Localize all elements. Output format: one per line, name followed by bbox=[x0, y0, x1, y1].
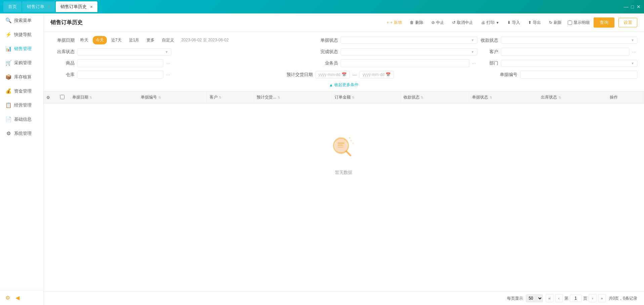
sidebar-item-base-info[interactable]: 📄 基础信息 bbox=[0, 112, 43, 126]
next-page-btn[interactable]: › bbox=[589, 294, 597, 302]
page-size-select[interactable]: 50 20 100 bbox=[526, 294, 543, 302]
th-date[interactable]: 单据日期 ⇅ bbox=[69, 91, 138, 104]
tab-home-label: 首页 bbox=[8, 4, 17, 10]
th-date-label: 单据日期 bbox=[72, 95, 88, 100]
goods-input[interactable] bbox=[77, 59, 163, 67]
bill-no-col: 单据编号 bbox=[497, 71, 637, 79]
tab-sales-order[interactable]: 销售订单 ✕ bbox=[22, 1, 55, 12]
sort-customer-icon: ⇅ bbox=[219, 96, 221, 99]
sidebar-item-system[interactable]: ⚙ 系统管理 bbox=[0, 126, 43, 141]
salesman-col: 业务员 ··· bbox=[317, 59, 477, 67]
date-1month-btn[interactable]: 近1月 bbox=[126, 36, 142, 44]
stop-label: 中止 bbox=[436, 20, 444, 26]
payment-status-select[interactable]: ▼ bbox=[501, 37, 637, 44]
customer-dots-btn[interactable]: ··· bbox=[631, 48, 637, 56]
calendar-start-icon[interactable]: 📅 bbox=[342, 72, 347, 77]
th-bill-status[interactable]: 单据状态 ⇅ bbox=[469, 91, 538, 104]
prev-page-btn[interactable]: ‹ bbox=[555, 294, 563, 302]
base-info-icon: 📄 bbox=[5, 116, 11, 122]
query-button[interactable]: 查询 bbox=[594, 17, 614, 28]
new-button[interactable]: + + 新增 bbox=[385, 18, 404, 27]
select-all-checkbox[interactable] bbox=[60, 95, 65, 99]
dept-select[interactable]: ▼ bbox=[501, 60, 637, 67]
print-button[interactable]: 🖨 打印 ▼ bbox=[479, 18, 501, 27]
bill-no-label: 单据编号 bbox=[497, 72, 520, 78]
sidebar-item-inventory[interactable]: 📦 库存核算 bbox=[0, 70, 43, 84]
date-filter-options: 昨天 今天 近7天 近1月 更多 自定义 2023-06-02 至 2023-0… bbox=[77, 36, 317, 44]
finance-icon: 💰 bbox=[5, 88, 11, 94]
expected-date-start-input[interactable]: yyyy-mm-dd 📅 bbox=[315, 71, 350, 78]
sidebar-item-operations[interactable]: 📋 经营管理 bbox=[0, 98, 43, 112]
collapse-btn[interactable]: ▲ 收起更多条件 bbox=[50, 82, 637, 90]
tab-sales-history-close[interactable]: ✕ bbox=[90, 5, 93, 9]
salesman-input[interactable] bbox=[341, 59, 469, 67]
th-out-status[interactable]: 出库状态 ⇅ bbox=[538, 91, 607, 104]
page-header: 销售订单历史 + + 新增 🗑 删除 ⊘ 中止 ↺ 取消中止 bbox=[44, 13, 644, 32]
maximize-btn[interactable]: □ bbox=[631, 4, 634, 9]
sort-payment-icon: ⇅ bbox=[421, 96, 423, 99]
stop-button[interactable]: ⊘ 中止 bbox=[429, 18, 446, 27]
date-custom-btn[interactable]: 自定义 bbox=[159, 36, 177, 44]
sidebar-bottom: ⚙ ◀ bbox=[0, 290, 43, 305]
refresh-button[interactable]: ↻ 刷新 bbox=[547, 18, 564, 27]
last-page-btn[interactable]: » bbox=[598, 294, 606, 302]
display-detail-input[interactable] bbox=[568, 21, 572, 25]
total-records-text: 共0页，0条记录 bbox=[609, 296, 637, 301]
date-today-btn[interactable]: 今天 bbox=[93, 36, 107, 44]
date-more-btn[interactable]: 更多 bbox=[143, 36, 158, 44]
th-expected-date[interactable]: 预计交货... ⇅ bbox=[254, 91, 332, 104]
collapse-sidebar-icon[interactable]: ◀ bbox=[15, 295, 19, 301]
table-wrap: ⚙ 单据日期 ⇅ 单据编号 ⇅ 客户 bbox=[44, 91, 644, 291]
expected-date-end-input[interactable]: yyyy-mm-dd 📅 bbox=[359, 71, 394, 78]
calendar-end-icon[interactable]: 📅 bbox=[386, 72, 391, 77]
sidebar-item-sales[interactable]: 📊 销售管理 bbox=[0, 42, 43, 56]
first-page-btn[interactable]: « bbox=[546, 294, 554, 302]
warehouse-input[interactable] bbox=[77, 71, 163, 79]
empty-icon bbox=[327, 130, 360, 164]
export-button[interactable]: ⬆ 导出 bbox=[526, 18, 543, 27]
export-label: 导出 bbox=[533, 20, 541, 26]
sidebar-label-sales: 销售管理 bbox=[14, 46, 32, 52]
minimize-btn[interactable]: — bbox=[624, 4, 629, 9]
tab-home[interactable]: 首页 bbox=[3, 1, 22, 12]
cancel-stop-icon: ↺ bbox=[452, 20, 456, 25]
sort-out-icon: ⇅ bbox=[558, 96, 561, 99]
sidebar-item-search-menu[interactable]: 🔍 搜索菜单 bbox=[0, 13, 43, 28]
cancel-stop-button[interactable]: ↺ 取消中止 bbox=[450, 18, 475, 27]
print-label: 打印 bbox=[486, 20, 495, 26]
collapse-label: 收起更多条件 bbox=[334, 82, 358, 88]
sidebar-item-purchase[interactable]: 🛒 采购管理 bbox=[0, 56, 43, 70]
delete-button[interactable]: 🗑 删除 bbox=[408, 18, 425, 27]
out-status-select[interactable]: ▼ bbox=[77, 48, 171, 55]
goods-dots-btn[interactable]: ··· bbox=[165, 59, 171, 67]
th-customer[interactable]: 客户 ⇅ bbox=[207, 91, 254, 104]
th-gear[interactable]: ⚙ bbox=[44, 91, 57, 104]
bill-no-input[interactable] bbox=[520, 71, 637, 79]
display-detail-checkbox[interactable]: 显示明细 bbox=[568, 20, 590, 26]
close-btn[interactable]: ✕ bbox=[637, 4, 641, 9]
setting-button[interactable]: 设置 bbox=[618, 18, 637, 27]
salesman-dots-btn[interactable]: ··· bbox=[471, 59, 477, 67]
customer-col: 客户 ··· bbox=[477, 48, 637, 56]
th-check[interactable] bbox=[57, 91, 69, 104]
current-page-input[interactable] bbox=[570, 295, 582, 302]
sidebar-item-finance[interactable]: 💰 资金管理 bbox=[0, 84, 43, 98]
th-payment-status[interactable]: 收款状态 ⇅ bbox=[400, 91, 469, 104]
complete-status-select[interactable]: ▼ bbox=[341, 48, 477, 55]
tab-sales-order-close[interactable]: ✕ bbox=[48, 5, 50, 9]
operations-icon: 📋 bbox=[5, 102, 11, 108]
warehouse-dots-btn[interactable]: ··· bbox=[165, 71, 171, 79]
th-amount[interactable]: 订单金额 ⇅ bbox=[332, 91, 400, 104]
customer-input[interactable] bbox=[501, 48, 630, 56]
warehouse-col: 仓库 ··· bbox=[50, 71, 285, 79]
import-button[interactable]: ⬇ 导入 bbox=[505, 18, 522, 27]
date-yesterday-btn[interactable]: 昨天 bbox=[77, 36, 91, 44]
date-7days-btn[interactable]: 近7天 bbox=[108, 36, 125, 44]
bill-status-select[interactable]: ▼ bbox=[341, 37, 477, 44]
sidebar-item-quick-nav[interactable]: ⚡ 快捷导航 bbox=[0, 28, 43, 42]
th-no[interactable]: 单据编号 ⇅ bbox=[138, 91, 207, 104]
date-filter-label: 单据日期 bbox=[50, 37, 77, 43]
sort-expected-icon: ⇅ bbox=[277, 96, 280, 99]
settings-bottom-icon[interactable]: ⚙ bbox=[5, 295, 10, 301]
tab-sales-history[interactable]: 销售订单历史 ✕ bbox=[56, 1, 97, 12]
